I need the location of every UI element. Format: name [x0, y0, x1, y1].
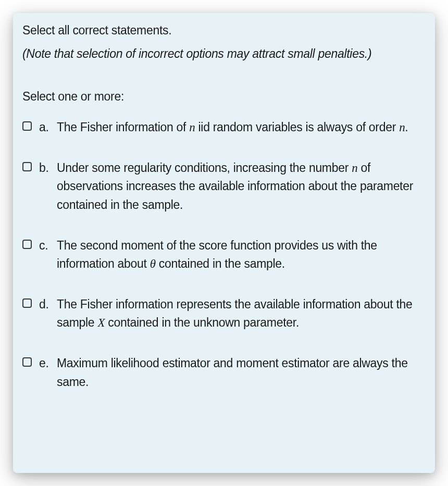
- math-var: n: [352, 161, 357, 175]
- option-letter: c.: [39, 236, 56, 255]
- option-b: b. Under some regularity conditions, inc…: [22, 159, 426, 215]
- math-var: X: [97, 316, 105, 329]
- question-prompt: Select all correct statements.: [22, 23, 426, 38]
- text-segment: The Fisher information of: [57, 120, 189, 134]
- checkbox-b[interactable]: [22, 162, 32, 171]
- question-note: (Note that selection of incorrect option…: [22, 47, 426, 61]
- checkbox-e[interactable]: [22, 357, 32, 367]
- text-segment: Maximum likelihood estimator and moment …: [57, 356, 408, 389]
- option-e: e. Maximum likelihood estimator and mome…: [22, 354, 426, 391]
- option-letter: b.: [39, 159, 56, 178]
- option-letter: e.: [39, 354, 56, 373]
- checkbox-d[interactable]: [22, 298, 32, 308]
- option-a: a. The Fisher information of n iid rando…: [22, 118, 426, 137]
- option-text: The Fisher information of n iid random v…: [57, 118, 426, 137]
- option-letter: d.: [39, 295, 56, 314]
- options-list: a. The Fisher information of n iid rando…: [22, 118, 426, 391]
- option-c: c. The second moment of the score functi…: [22, 236, 426, 273]
- text-segment: iid random variables is always of order: [195, 120, 399, 134]
- math-var: n: [399, 121, 405, 134]
- question-card: Select all correct statements. (Note tha…: [13, 13, 435, 473]
- text-segment: contained in the sample.: [156, 257, 285, 270]
- text-segment: contained in the unknown parameter.: [105, 316, 299, 329]
- text-segment: Under some regularity conditions, increa…: [57, 161, 352, 175]
- option-text: The Fisher information represents the av…: [57, 295, 426, 332]
- option-d: d. The Fisher information represents the…: [22, 295, 426, 332]
- checkbox-a[interactable]: [22, 121, 32, 131]
- option-letter: a.: [39, 118, 56, 137]
- select-instruction: Select one or more:: [22, 90, 426, 104]
- option-text: Under some regularity conditions, increa…: [57, 159, 426, 215]
- math-var: θ: [150, 257, 156, 270]
- math-var: n: [189, 121, 195, 134]
- option-text: Maximum likelihood estimator and moment …: [57, 354, 426, 391]
- checkbox-c[interactable]: [22, 240, 32, 249]
- text-segment: .: [405, 120, 408, 134]
- option-text: The second moment of the score function …: [57, 236, 426, 273]
